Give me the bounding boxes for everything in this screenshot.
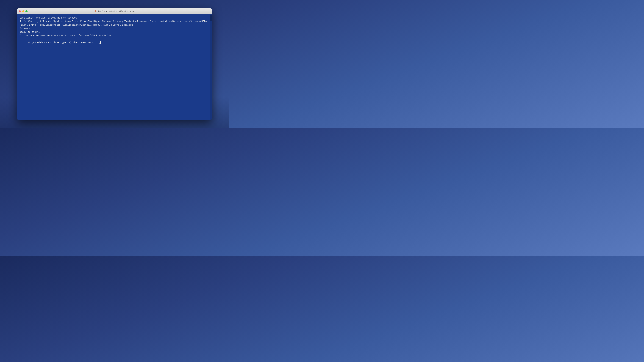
terminal-line-2: Jeffs-iMac:~ jeff$ sudo /Applications/In… bbox=[20, 20, 210, 27]
close-button[interactable] bbox=[19, 10, 21, 12]
terminal-line-5: To continue we need to erase the volume … bbox=[20, 34, 210, 37]
cursor bbox=[100, 41, 102, 44]
maximize-button[interactable] bbox=[26, 10, 28, 12]
terminal-window: 🏠 jeff — createinstallmed • sudo Last lo… bbox=[17, 8, 212, 120]
terminal-line-4: Ready to start. bbox=[20, 30, 210, 34]
window-title: 🏠 jeff — createinstallmed • sudo bbox=[94, 10, 134, 12]
titlebar: 🏠 jeff — createinstallmed • sudo bbox=[17, 8, 212, 14]
terminal-line-6: If you wish to continue type (Y) then pr… bbox=[20, 37, 210, 48]
home-icon: 🏠 bbox=[94, 10, 97, 12]
title-text: jeff — createinstallmed • sudo bbox=[98, 10, 134, 12]
terminal-line-3: Password: bbox=[20, 27, 210, 30]
scrollbar-track[interactable] bbox=[210, 14, 212, 120]
terminal-body[interactable]: Last login: Wed Aug 2 10:35:24 on ttys00… bbox=[17, 14, 212, 120]
scrollbar-thumb[interactable] bbox=[210, 15, 212, 21]
minimize-button[interactable] bbox=[22, 10, 24, 12]
traffic-lights bbox=[19, 10, 28, 12]
terminal-line-6-text: If you wish to continue type (Y) then pr… bbox=[28, 41, 100, 44]
terminal-line-1: Last login: Wed Aug 2 10:35:24 on ttys00… bbox=[20, 16, 210, 20]
